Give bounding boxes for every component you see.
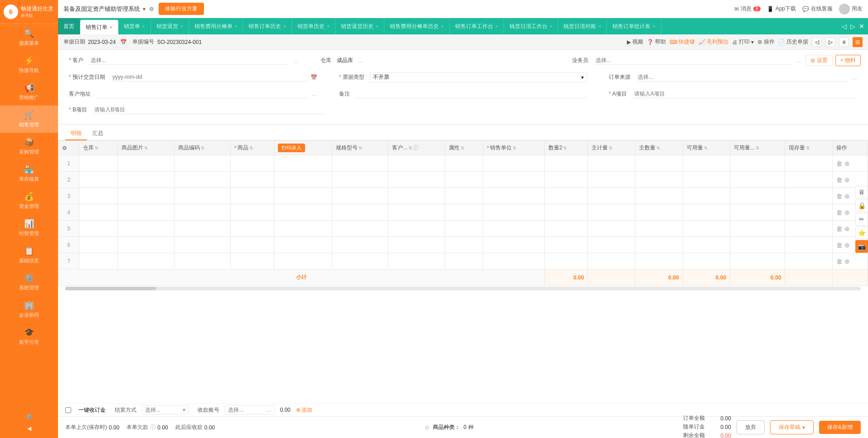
navtab-9[interactable]: 销售订单工作台× xyxy=(450,18,504,34)
cell-stock-4[interactable] xyxy=(785,204,833,221)
salesperson-dots[interactable]: … xyxy=(796,58,802,64)
online-service[interactable]: 💬 在线客服 xyxy=(802,5,833,13)
cell-attribute-6[interactable] xyxy=(445,237,483,253)
cell-unit-4[interactable] xyxy=(483,204,545,221)
calendar-icon[interactable]: 📅 xyxy=(120,39,127,45)
tab-detail[interactable]: 明细 xyxy=(65,127,87,140)
cell-attribute-4[interactable] xyxy=(445,204,483,221)
cell-image-6[interactable] xyxy=(118,237,174,253)
available-sort-icon[interactable]: ⇅ xyxy=(704,145,708,150)
cell-name-1[interactable] xyxy=(231,155,274,172)
cell-name-5[interactable] xyxy=(231,221,274,237)
cell-main_qty-7[interactable] xyxy=(635,253,683,270)
cell-name-7[interactable] xyxy=(231,253,274,270)
image-sort-icon[interactable]: ⇅ xyxy=(144,145,148,150)
b-project-input[interactable] xyxy=(92,106,324,114)
cell-unit-1[interactable] xyxy=(483,155,545,172)
delete-row-3-btn[interactable]: 🗑 xyxy=(836,193,843,200)
discard-button[interactable]: 放弃 xyxy=(737,420,765,434)
sidebar-item-enterprise[interactable]: 🏢企业协同 xyxy=(0,296,58,323)
copy-row-4-btn[interactable]: ⊕ xyxy=(844,209,850,216)
cell-image-5[interactable] xyxy=(118,221,174,237)
a-project-input[interactable] xyxy=(632,90,857,98)
copy-row-6-btn[interactable]: ⊕ xyxy=(844,241,850,249)
app-download[interactable]: 📱 App下载 xyxy=(767,5,796,13)
delete-row-7-btn[interactable]: 🗑 xyxy=(836,258,843,265)
next-record-btn[interactable]: ▷ xyxy=(825,37,835,47)
sidebar-collapse-btn[interactable]: ◀ xyxy=(24,423,34,434)
cell-attribute-7[interactable] xyxy=(445,253,483,270)
cell-warehouse-5[interactable] xyxy=(79,221,118,237)
cell-available2-6[interactable] xyxy=(730,237,785,253)
remark-input[interactable] xyxy=(355,90,587,98)
cell-scan-1[interactable] xyxy=(274,155,332,172)
delivery-input[interactable] xyxy=(111,73,308,82)
cell-name-3[interactable] xyxy=(231,188,274,204)
cell-qty2-6[interactable] xyxy=(544,237,588,253)
cell-warehouse-7[interactable] xyxy=(79,253,118,270)
address-input[interactable] xyxy=(96,90,307,98)
cell-image-3[interactable] xyxy=(118,188,174,204)
cell-main_qty-4[interactable] xyxy=(635,204,683,221)
delete-row-5-btn[interactable]: 🗑 xyxy=(836,225,843,232)
cell-attribute-1[interactable] xyxy=(445,155,483,172)
user-area[interactable]: 用友 xyxy=(839,4,863,14)
navtab-12[interactable]: 销售订单统计表× xyxy=(607,18,661,34)
sidebar-item-system[interactable]: ⚙️系统管理 xyxy=(0,269,58,296)
navtab-close-10[interactable]: × xyxy=(550,24,553,29)
cell-name-4[interactable] xyxy=(231,204,274,221)
sidebar-item-search[interactable]: 🔍搜索菜单 xyxy=(0,24,58,51)
scrollbar-thumb[interactable] xyxy=(65,287,156,290)
sidebar-item-finance[interactable]: 💰资金管理 xyxy=(0,187,58,214)
cell-customer_code-4[interactable] xyxy=(388,204,445,221)
topbar-dropdown-icon[interactable]: ▾ xyxy=(143,6,145,12)
horizontal-scrollbar[interactable] xyxy=(65,287,861,290)
sidebar-item-sales[interactable]: 🛒销售管理 xyxy=(0,106,58,133)
navtab-close-11[interactable]: × xyxy=(598,24,601,29)
cell-spec-2[interactable] xyxy=(332,172,388,188)
navtab-close-8[interactable]: × xyxy=(441,24,444,29)
navtab-6[interactable]: 销货单历史× xyxy=(292,18,335,34)
cell-unit-5[interactable] xyxy=(483,221,545,237)
cell-available-3[interactable] xyxy=(683,188,730,204)
grid-view-btn[interactable]: ⊞ xyxy=(853,37,863,47)
address-dots[interactable]: … xyxy=(312,91,317,97)
right-panel-btn-4[interactable]: ⭐ xyxy=(855,226,868,239)
cell-image-4[interactable] xyxy=(118,204,174,221)
qty2-sort-icon[interactable]: ⇅ xyxy=(563,145,567,150)
warehouse-dots[interactable]: … xyxy=(358,58,363,64)
one-click-checkbox[interactable] xyxy=(65,407,71,413)
cell-unit-7[interactable] xyxy=(483,253,545,270)
navtab-close-1[interactable]: × xyxy=(110,25,112,30)
navtab-close-2[interactable]: × xyxy=(142,24,145,29)
calendar2-icon[interactable]: 📅 xyxy=(310,74,317,81)
cell-stock-7[interactable] xyxy=(785,253,833,270)
solution-button[interactable]: 体验行业方案 xyxy=(159,3,204,15)
order-source-dots[interactable]: … xyxy=(852,74,857,81)
customer-code-info-icon[interactable]: ⓘ xyxy=(413,144,418,152)
right-panel-btn-3[interactable]: ✏ xyxy=(855,213,868,226)
navtab-close-12[interactable]: × xyxy=(653,24,655,29)
cell-customer_code-3[interactable] xyxy=(388,188,445,204)
cell-warehouse-6[interactable] xyxy=(79,237,118,253)
prev-record-btn[interactable]: ◁ xyxy=(812,37,822,47)
cell-available-4[interactable] xyxy=(683,204,730,221)
cell-code-3[interactable] xyxy=(174,188,230,204)
salesperson-input[interactable] xyxy=(594,56,792,65)
notification-area[interactable]: ✉ 消息 9 xyxy=(734,5,761,13)
add-payment-btn[interactable]: ⊕ 添加 xyxy=(296,406,312,414)
navtab-close-5[interactable]: × xyxy=(283,24,286,29)
cell-qty2-1[interactable] xyxy=(544,155,588,172)
sidebar-settings[interactable]: ⚙️ xyxy=(23,411,35,423)
topbar-settings-icon[interactable]: ⚙ xyxy=(149,6,154,12)
cell-scan-6[interactable] xyxy=(274,237,332,253)
copy-row-3-btn[interactable]: ⊕ xyxy=(844,193,850,200)
right-panel-btn-2[interactable]: 🔒 xyxy=(855,199,868,212)
profit-btn[interactable]: 📈 毛利预估 xyxy=(698,38,728,46)
cell-scan-5[interactable] xyxy=(274,221,332,237)
cell-main_unit-6[interactable] xyxy=(588,237,635,253)
history-btn[interactable]: 📄 历史单据 xyxy=(778,38,808,46)
cell-available2-7[interactable] xyxy=(730,253,785,270)
sidebar-item-operations[interactable]: 📊经营管理 xyxy=(0,214,58,241)
navtab-11[interactable]: 钱货日清对账× xyxy=(558,18,607,34)
